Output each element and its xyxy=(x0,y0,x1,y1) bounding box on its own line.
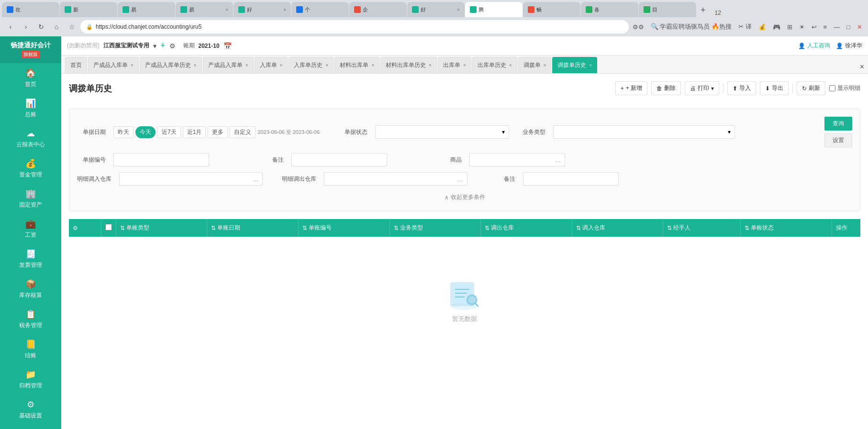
browser-tab-4[interactable]: 易 × xyxy=(176,2,233,17)
browser-tab-2[interactable]: 新 xyxy=(60,2,117,17)
delete-button[interactable]: 🗑 删除 xyxy=(651,81,681,95)
th-checkbox[interactable] xyxy=(101,219,116,237)
collapse-button[interactable]: ∧ 收起更多条件 xyxy=(77,191,852,203)
undo-btn[interactable]: ↩ xyxy=(810,22,819,33)
th-in-warehouse[interactable]: ⇅ 调入仓库 xyxy=(572,219,663,237)
brightness-btn[interactable]: ☀ xyxy=(797,22,807,33)
sidebar-item-settings[interactable]: ⚙ 基础设置 xyxy=(0,395,61,425)
sidebar-item-inventory[interactable]: 📦 库存核算 xyxy=(0,274,61,304)
browser-tab-8[interactable]: 好 × xyxy=(407,2,465,17)
period-calendar-button[interactable]: 📅 xyxy=(223,42,232,50)
company-dropdown-button[interactable]: ▾ xyxy=(153,42,156,50)
month-btn[interactable]: 近1月 xyxy=(183,126,206,138)
page-tab-close-material-out-history[interactable]: × xyxy=(429,63,432,68)
th-doc-no[interactable]: ⇅ 单账编号 xyxy=(298,219,389,237)
company-settings-button[interactable]: ⚙ xyxy=(169,42,176,50)
page-tab-out-history[interactable]: 出库单历史 × xyxy=(472,57,517,73)
sidebar-item-guide[interactable]: 🎓 新手引导 xyxy=(0,425,61,429)
wallet-btn[interactable]: 💰 xyxy=(757,22,768,33)
page-tab-close-transfer-history[interactable]: × xyxy=(589,63,592,68)
today-btn[interactable]: 今天 xyxy=(135,126,156,138)
game-btn[interactable]: 🎮 xyxy=(771,22,782,33)
sidebar-item-tax[interactable]: 📋 税务管理 xyxy=(0,304,61,334)
sidebar-item-archive[interactable]: 📁 归档管理 xyxy=(0,364,61,395)
search-btn[interactable]: 🔍 学霸应聘场驱鸟员 🔥热搜 xyxy=(649,21,734,33)
status-select[interactable]: ▾ xyxy=(375,125,509,139)
address-bar[interactable]: 🔒 https://cloud.chanjet.com/accounting/u… xyxy=(80,20,629,33)
goods-more-icon[interactable]: ... xyxy=(555,156,561,164)
import-button[interactable]: ⬆ 导入 xyxy=(727,81,756,95)
th-out-warehouse[interactable]: ⇅ 调出仓库 xyxy=(481,219,572,237)
export-button[interactable]: ⬇ 导出 xyxy=(760,81,789,95)
display-checkbox[interactable] xyxy=(829,85,835,91)
close-btn[interactable]: ✕ xyxy=(855,22,864,33)
page-tab-transfer-history[interactable]: 调拨单历史 × xyxy=(552,57,597,73)
user-menu[interactable]: 👤 徐泽华 xyxy=(836,42,862,50)
remark-input[interactable] xyxy=(291,153,387,166)
browser-tab-active[interactable]: 腾 xyxy=(465,2,523,17)
page-tab-material-out[interactable]: 材料出库单 × xyxy=(334,57,379,73)
page-tab-home[interactable]: 首页 xyxy=(65,57,87,73)
page-tab-in-history[interactable]: 入库单历史 × xyxy=(289,57,334,73)
sidebar-logo[interactable]: 畅捷通好会计 旗舰版 xyxy=(0,36,61,63)
out-warehouse-more-icon[interactable]: ... xyxy=(457,175,463,183)
goods-select[interactable]: ... xyxy=(469,153,565,166)
translate-btn[interactable]: ✂ 译 xyxy=(736,21,754,33)
page-tab-in-order[interactable]: 入库单 × xyxy=(255,57,288,73)
th-gear[interactable]: ⚙ xyxy=(69,219,101,237)
page-tab-product-in-history[interactable]: 产成品入库单历史 × xyxy=(140,57,202,73)
custom-btn[interactable]: 自定义 xyxy=(230,126,256,138)
browser-tab-11[interactable]: 目 xyxy=(639,2,696,17)
browser-tab-1[interactable]: 在 xyxy=(2,2,59,17)
business-select[interactable]: ▾ xyxy=(553,125,735,139)
sidebar-item-closing[interactable]: 📒 结账 xyxy=(0,334,61,364)
home-button[interactable]: ⌂ xyxy=(50,20,63,33)
print-button[interactable]: 🖨 打印 ▾ xyxy=(685,81,719,95)
more-btn[interactable]: 更多 xyxy=(208,126,228,138)
page-tab-close-product-in2[interactable]: × xyxy=(245,63,248,68)
refresh-button[interactable]: ↻ xyxy=(34,20,48,33)
back-button[interactable]: ‹ xyxy=(4,20,17,33)
query-button[interactable]: 查询 xyxy=(824,117,852,131)
maximize-btn[interactable]: □ xyxy=(845,22,852,33)
page-tab-product-in2[interactable]: 产成品入库单 × xyxy=(203,57,254,73)
browser-tab-9[interactable]: 畅 xyxy=(523,2,580,17)
page-tab-close-product-in-history[interactable]: × xyxy=(194,63,197,68)
page-tab-close-in-order[interactable]: × xyxy=(280,63,283,68)
close-all-tabs-button[interactable]: × xyxy=(860,63,864,71)
th-doc-type[interactable]: ⇅ 单账类型 xyxy=(116,219,207,237)
th-doc-status[interactable]: ⇅ 单账状态 xyxy=(740,219,832,237)
sidebar-item-fund[interactable]: 💰 资金管理 xyxy=(0,154,61,184)
add-company-button[interactable]: + xyxy=(160,41,166,51)
page-tab-close-material-out[interactable]: × xyxy=(371,63,374,68)
refresh-button[interactable]: ↻ 刷新 xyxy=(797,81,825,95)
sidebar-item-salary[interactable]: 💼 工资 xyxy=(0,214,61,244)
sidebar-item-home[interactable]: 🏠 首页 xyxy=(0,63,61,93)
in-warehouse-select[interactable]: ... xyxy=(119,172,263,186)
yesterday-btn[interactable]: 昨天 xyxy=(113,126,134,138)
service-button[interactable]: 👤 人工咨询 xyxy=(798,42,830,50)
th-handler[interactable]: ⇅ 经手人 xyxy=(663,219,740,237)
page-tab-close-transfer[interactable]: × xyxy=(544,63,546,68)
page-tab-product-in[interactable]: 产成品入库单 × xyxy=(88,57,139,73)
new-button[interactable]: + + 新增 xyxy=(615,81,647,95)
remark2-input[interactable] xyxy=(523,172,619,186)
sidebar-item-assets[interactable]: 🏢 固定资产 xyxy=(0,184,61,214)
week-btn[interactable]: 近7天 xyxy=(157,126,181,138)
page-tab-close-product-in[interactable]: × xyxy=(131,63,134,68)
new-tab-button[interactable]: + xyxy=(697,5,710,15)
browser-tab-7[interactable]: 企 xyxy=(349,2,407,17)
browser-tab-5[interactable]: 好 × xyxy=(234,2,291,17)
settings-button[interactable]: 设置 xyxy=(824,133,852,147)
minimize-btn[interactable]: — xyxy=(832,22,842,33)
th-biz-type[interactable]: ⇅ 业务类型 xyxy=(389,219,481,237)
sidebar-item-ledger[interactable]: 📊 总账 xyxy=(0,93,61,123)
page-tab-out-order[interactable]: 出库单 × xyxy=(438,57,471,73)
page-tab-close-out-order[interactable]: × xyxy=(463,63,466,68)
tab-close-8[interactable]: × xyxy=(457,7,460,12)
page-tab-close-in-history[interactable]: × xyxy=(325,63,328,68)
sidebar-item-reports[interactable]: ☁ 云报表中心 xyxy=(0,123,61,154)
tab-close-5[interactable]: × xyxy=(283,7,286,12)
forward-button[interactable]: › xyxy=(19,20,33,33)
select-all-checkbox[interactable] xyxy=(105,224,112,231)
